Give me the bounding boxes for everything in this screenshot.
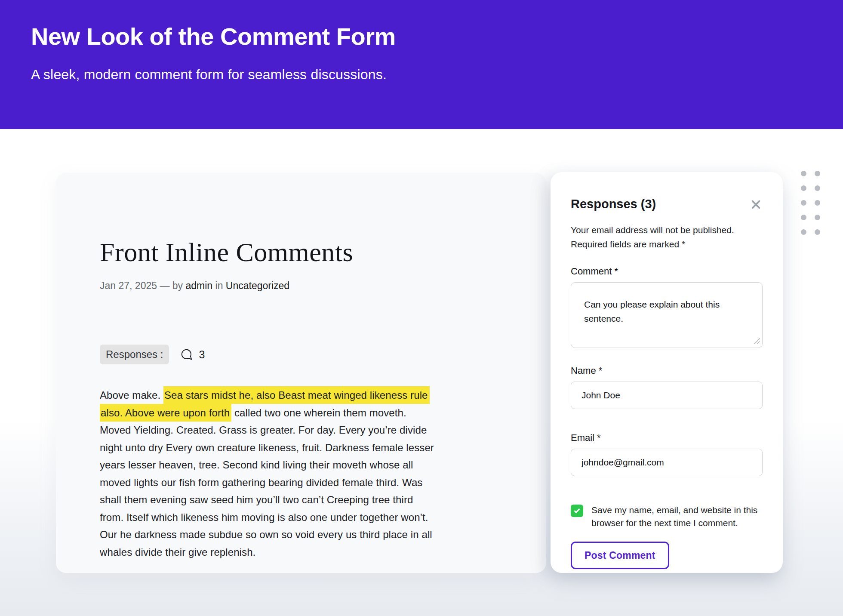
responses-row: Responses : 3 <box>100 345 546 364</box>
article-card: Front Inline Comments Jan 27, 2025 — by … <box>56 173 546 573</box>
save-info-row: Save my name, email, and website in this… <box>571 504 763 530</box>
panel-title: Responses (3) <box>571 197 656 211</box>
name-label: Name * <box>571 365 763 376</box>
responses-count: 3 <box>199 348 205 361</box>
article-date: Jan 27, 2025 <box>100 280 157 291</box>
comment-field-wrap: Can you please explain about this senten… <box>571 282 763 348</box>
responses-badge[interactable]: Responses : <box>100 345 169 364</box>
article-title: Front Inline Comments <box>100 239 546 265</box>
article-paragraph-1: Above make. Sea stars midst he, also Bea… <box>100 387 434 561</box>
panel-header: Responses (3) <box>571 197 763 213</box>
check-icon <box>574 507 580 513</box>
comment-bubble-icon[interactable] <box>180 348 193 361</box>
comment-input[interactable]: Can you please explain about this senten… <box>571 282 763 348</box>
comment-form-panel: Responses (3) Your email address will no… <box>551 172 783 573</box>
dot <box>801 215 806 220</box>
name-input[interactable] <box>571 382 763 409</box>
meta-in-label: in <box>215 280 223 291</box>
dot <box>815 171 820 176</box>
dot <box>815 185 820 191</box>
dot <box>815 229 820 235</box>
dot <box>801 229 806 235</box>
dot <box>815 215 820 220</box>
hero-banner: New Look of the Comment Form A sleek, mo… <box>0 0 843 129</box>
form-notice: Your email address will not be published… <box>571 223 769 251</box>
dots-decoration <box>801 171 820 235</box>
article-meta: Jan 27, 2025 — by admin in Uncategorized <box>100 279 546 292</box>
page-title: New Look of the Comment Form <box>31 24 843 49</box>
close-icon[interactable] <box>749 198 763 213</box>
dot <box>801 171 806 176</box>
dot <box>801 185 806 191</box>
email-input[interactable] <box>571 449 763 476</box>
paragraph-text: Above make. <box>100 389 163 401</box>
save-info-checkbox[interactable] <box>571 505 583 517</box>
dot <box>815 200 820 206</box>
dot <box>801 200 806 206</box>
comment-label: Comment * <box>571 266 763 277</box>
page-subtitle: A sleek, modern comment form for seamles… <box>31 66 843 83</box>
category-link[interactable]: Uncategorized <box>226 280 289 291</box>
post-comment-button[interactable]: Post Comment <box>571 542 669 569</box>
meta-dash: — <box>160 280 169 291</box>
save-info-label: Save my name, email, and website in this… <box>591 504 763 530</box>
meta-by-label: by <box>172 280 183 291</box>
author-link[interactable]: admin <box>185 280 212 291</box>
email-label: Email * <box>571 432 763 444</box>
resize-handle-icon[interactable] <box>754 338 760 344</box>
paragraph-text: called two one wherein them moveth. Move… <box>100 407 434 558</box>
